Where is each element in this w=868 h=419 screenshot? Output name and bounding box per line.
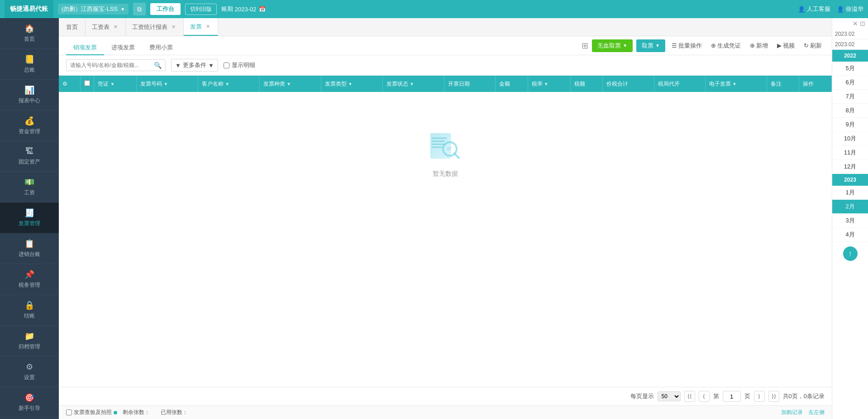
sidebar-item-archive[interactable]: 📁 归档管理 bbox=[0, 326, 59, 356]
next-page-btn[interactable]: ⟩ bbox=[754, 391, 765, 402]
col-open-date-label: 开票日期 bbox=[448, 80, 470, 88]
prev-page-btn[interactable]: ⟨ bbox=[699, 391, 710, 402]
invoice-verify-label: 发票查验及拍照 bbox=[74, 409, 112, 416]
sub-tab-bar: 销项发票 进项发票 费用小票 bbox=[59, 36, 574, 55]
search-input[interactable] bbox=[70, 62, 151, 68]
col-tax-id-label: 税局代开 bbox=[658, 80, 680, 88]
col-invoice-status-filter-icon[interactable]: ▼ bbox=[410, 82, 414, 87]
sidebar-item-invoice[interactable]: 🧾 发票管理 bbox=[0, 202, 59, 233]
batch-ops-btn[interactable]: ☰ 批量操作 bbox=[669, 39, 705, 52]
tab-salary-table[interactable]: 工资表 ✕ bbox=[86, 18, 126, 36]
sub-tab-purchase-invoice[interactable]: 进项发票 bbox=[104, 41, 142, 55]
new-btn[interactable]: ⊕ 新增 bbox=[747, 39, 771, 52]
svg-rect-8 bbox=[447, 149, 450, 150]
tab-home[interactable]: 首页 bbox=[59, 18, 86, 36]
add-record-link[interactable]: 加购记录 bbox=[781, 409, 803, 416]
col-invoice-no: 发票号码 ▼ bbox=[137, 76, 198, 92]
invoice-verify-checkbox[interactable]: 发票查验及拍照 bbox=[66, 409, 117, 416]
video-btn[interactable]: ▶ 视频 bbox=[774, 39, 797, 52]
period-calendar-icon[interactable]: 📅 bbox=[259, 6, 266, 12]
sub-tab-expense-receipt[interactable]: 费用小票 bbox=[142, 41, 180, 55]
sidebar-item-home[interactable]: 🏠 首页 bbox=[0, 18, 59, 49]
col-invoice-type-filter-icon[interactable]: ▼ bbox=[286, 82, 291, 87]
month-2022-09[interactable]: 9月 bbox=[832, 118, 868, 132]
take-ticket-btn[interactable]: 取票 ▼ bbox=[636, 39, 665, 52]
col-invoice-category: 发票类型 ▼ bbox=[321, 76, 383, 92]
no-ticket-btn[interactable]: 无血取票 ▼ bbox=[592, 39, 633, 52]
copy-button[interactable]: ⧉ bbox=[133, 3, 146, 15]
page-input[interactable] bbox=[723, 391, 741, 402]
col-settings[interactable]: ⚙ bbox=[59, 76, 81, 92]
col-customer-filter-icon[interactable]: ▼ bbox=[225, 82, 229, 87]
col-voucher-filter-icon[interactable]: ▼ bbox=[110, 82, 114, 87]
month-2022-05[interactable]: 5月 bbox=[832, 62, 868, 76]
first-page-btn[interactable]: ⟨⟨ bbox=[684, 391, 695, 402]
sidebar-item-tax[interactable]: 📌 税务管理 bbox=[0, 264, 59, 295]
sidebar-item-salary[interactable]: 💵 工资 bbox=[0, 172, 59, 202]
more-filter-arrow-icon: ▼ bbox=[208, 62, 214, 69]
sidebar-item-guide[interactable]: 🎯 新手引导 bbox=[0, 387, 59, 418]
tab-salary-stats-close[interactable]: ✕ bbox=[170, 24, 177, 30]
company-selector[interactable]: (勿删）江西服宝-LSS ▼ bbox=[58, 4, 129, 14]
sidebar-item-ledger[interactable]: 📒 总账 bbox=[0, 49, 59, 80]
month-2023-04[interactable]: 4月 bbox=[832, 228, 868, 242]
select-all-checkbox[interactable] bbox=[84, 80, 90, 86]
refresh-btn[interactable]: ↻ 刷新 bbox=[801, 39, 825, 52]
col-invoice-type: 发票种类 ▼ bbox=[260, 76, 321, 92]
date-panel-close-btn[interactable]: ✕ bbox=[853, 20, 858, 27]
per-page-select[interactable]: 50 20 100 bbox=[658, 391, 681, 401]
month-2022-10[interactable]: 10月 bbox=[832, 132, 868, 146]
col-e-invoice-filter-icon[interactable]: ▼ bbox=[732, 82, 737, 87]
month-2022-07[interactable]: 7月 bbox=[832, 90, 868, 104]
col-invoice-no-filter-icon[interactable]: ▼ bbox=[163, 82, 168, 87]
assets-icon: 🏗 bbox=[25, 147, 33, 156]
sidebar-item-closing[interactable]: 🔒 结账 bbox=[0, 295, 59, 326]
logo-area: 畅捷通易代账 bbox=[5, 0, 53, 18]
support-button[interactable]: 👤 人工客服 bbox=[798, 5, 830, 13]
month-2022-12[interactable]: 12月 bbox=[832, 160, 868, 174]
period-area: 账期 2023-02 📅 bbox=[221, 5, 266, 13]
blue-dot-icon bbox=[114, 411, 117, 414]
last-page-btn[interactable]: ⟩⟩ bbox=[768, 391, 779, 402]
tab-invoice[interactable]: 发票 ✕ bbox=[184, 18, 218, 36]
col-invoice-category-filter-icon[interactable]: ▼ bbox=[348, 82, 353, 87]
tab-bar: 首页 工资表 ✕ 工资统计报表 ✕ 发票 ✕ bbox=[59, 18, 832, 36]
tab-invoice-close[interactable]: ✕ bbox=[205, 23, 211, 30]
tab-salary-table-close[interactable]: ✕ bbox=[112, 24, 119, 30]
user-info[interactable]: 👤 徐溢华 bbox=[837, 5, 863, 13]
col-tax-rate-filter-icon[interactable]: ▼ bbox=[544, 82, 548, 87]
workbench-button[interactable]: 工作台 bbox=[150, 3, 181, 15]
sidebar-item-sales[interactable]: 📋 进销台账 bbox=[0, 233, 59, 264]
col-checkbox[interactable] bbox=[81, 76, 94, 92]
month-2022-06[interactable]: 6月 bbox=[832, 76, 868, 90]
table-container[interactable]: ⚙ 凭证 ▼ bbox=[59, 76, 832, 387]
sidebar-item-funds[interactable]: 💰 资金管理 bbox=[0, 111, 59, 141]
month-2022-08[interactable]: 8月 bbox=[832, 104, 868, 118]
switch-old-button[interactable]: 切到旧版 bbox=[185, 4, 217, 15]
go-left-link[interactable]: 去左侧 bbox=[808, 409, 825, 416]
show-detail-input[interactable] bbox=[224, 63, 229, 68]
table-body: 暂无数据 bbox=[59, 92, 832, 214]
more-filter-btn[interactable]: ▼ 更多条件 ▼ bbox=[171, 59, 218, 72]
date-panel-expand-btn[interactable]: ⊡ bbox=[860, 20, 865, 27]
month-2023-03[interactable]: 3月 bbox=[832, 214, 868, 228]
sidebar-item-settings[interactable]: ⚙ 设置 bbox=[0, 356, 59, 387]
grid-icon[interactable]: ⊞ bbox=[582, 41, 588, 51]
empty-state: 暂无数据 bbox=[59, 92, 832, 214]
verify-check-input[interactable] bbox=[66, 409, 72, 415]
month-2023-01[interactable]: 1月 bbox=[832, 186, 868, 200]
search-icon[interactable]: 🔍 bbox=[154, 62, 162, 69]
gen-voucher-btn[interactable]: ⊕ 生成凭证 bbox=[708, 39, 744, 52]
sidebar-item-reports[interactable]: 📊 报表中心 bbox=[0, 80, 59, 111]
col-tax-amount-label: 税额 bbox=[574, 80, 585, 88]
date-panel-header: ✕ ⊡ bbox=[832, 18, 868, 29]
logo-text: 畅捷通易代账 bbox=[10, 5, 48, 13]
month-2023-02[interactable]: 2月 bbox=[832, 200, 868, 214]
show-detail-checkbox[interactable]: 显示明细 bbox=[224, 61, 255, 69]
sidebar-item-assets[interactable]: 🏗 固定资产 bbox=[0, 141, 59, 172]
tab-salary-stats[interactable]: 工资统计报表 ✕ bbox=[126, 18, 184, 36]
scroll-to-top-btn[interactable]: ↑ bbox=[843, 246, 858, 261]
sub-tab-sales-invoice[interactable]: 销项发票 bbox=[66, 41, 104, 55]
month-2022-11[interactable]: 11月 bbox=[832, 146, 868, 160]
page-suffix: 页 bbox=[744, 392, 750, 400]
